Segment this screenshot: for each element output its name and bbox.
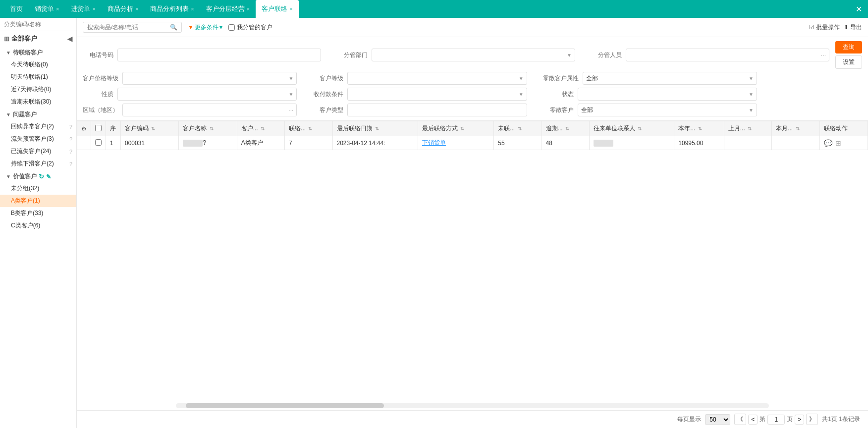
nav-home[interactable]: 首页 (4, 0, 29, 18)
refresh-icon[interactable]: ↻ (39, 173, 44, 180)
next-page-btn[interactable]: > (795, 415, 804, 425)
sidebar-search-input[interactable] (4, 21, 77, 28)
customer-type-label: 客户类型 (313, 106, 347, 114)
more-filters-btn[interactable]: ▼ 更多条件 ▾ (188, 23, 222, 32)
query-btn[interactable]: 查询 (835, 41, 862, 54)
contact-person-column-header[interactable]: 往来单位联系人 ⇅ (590, 121, 674, 136)
settings-column-header[interactable]: ⚙ (77, 121, 91, 136)
phone-label: 电话号码 (83, 51, 117, 59)
nav-goods-analysis[interactable]: 商品分析 × (102, 0, 144, 18)
row-last-contact-method[interactable]: 下销货单 (418, 136, 493, 150)
all-customers-header[interactable]: ⊞ 全部客户 ◀ (0, 31, 76, 46)
my-customer-filter[interactable]: 我分管的客户 (228, 23, 272, 32)
overdue-sort-icon: ⇅ (565, 126, 569, 131)
last-month-column-header[interactable]: 上月... ⇅ (724, 121, 771, 136)
close-goods-analysis-list-tab[interactable]: × (191, 0, 194, 18)
last-contact-method-column-header[interactable]: 最后联络方式 ⇅ (418, 121, 493, 136)
phone-input[interactable] (117, 49, 321, 61)
filter-icon: ▼ (188, 24, 194, 31)
person-input[interactable]: ··· (626, 49, 829, 61)
price-level-dropdown[interactable]: ▼ (122, 72, 297, 85)
customer-table: ⚙ 序 客户编码 ⇅ 客户名称 ⇅ 客户... ⇅ (77, 121, 868, 150)
sidebar-item-week[interactable]: 近7天待联络(0) (0, 83, 76, 96)
horizontal-scroll-track[interactable] (176, 403, 769, 408)
region-input[interactable]: ··· (122, 104, 297, 116)
close-purchase-tab[interactable]: × (92, 0, 95, 18)
close-sales-tab[interactable]: × (56, 0, 59, 18)
close-customer-tier-tab[interactable]: × (247, 0, 250, 18)
message-icon[interactable]: 💬 (824, 139, 832, 147)
this-month-column-header[interactable]: 本月... ⇅ (772, 121, 819, 136)
overdue-column-header[interactable]: 逾期... ⇅ (542, 121, 589, 136)
my-customer-checkbox[interactable] (228, 24, 235, 31)
sidebar-item-b-class[interactable]: B类客户(33) (0, 207, 76, 219)
value-customers-group[interactable]: ▼ 价值客户 ↻ ✎ (0, 170, 76, 182)
checkbox-column-header[interactable] (91, 121, 106, 136)
row-customer-type: A类客户 (237, 136, 284, 150)
nav-customer-contact[interactable]: 客户联络 × (256, 0, 298, 18)
select-all-checkbox[interactable] (95, 125, 102, 131)
sidebar-item-repurchase[interactable]: 回购异常客户(2) ? (0, 120, 76, 133)
uncontacted-column-header[interactable]: 未联... ⇅ (494, 121, 542, 136)
prev-page-btn[interactable]: < (748, 415, 758, 425)
payment-dropdown[interactable]: ▼ (347, 88, 527, 101)
sidebar-item-overdue[interactable]: 逾期未联络(30) (0, 96, 76, 108)
close-goods-analysis-tab[interactable]: × (135, 0, 138, 18)
code-column-header[interactable]: 客户编码 ⇅ (121, 121, 179, 136)
batch-op-btn[interactable]: ☑ 批量操作 (809, 23, 840, 32)
last-contact-method-link[interactable]: 下销货单 (422, 139, 446, 146)
row-checkbox[interactable] (95, 139, 102, 146)
row-overdue: 48 (542, 136, 589, 150)
pending-contact-group[interactable]: ▼ 待联络客户 (0, 46, 76, 58)
sidebar-item-a-class[interactable]: A类客户(1) (0, 195, 76, 207)
nav-goods-analysis-list[interactable]: 商品分析列表 × (144, 0, 200, 18)
help-icon-churn-warning[interactable]: ? (69, 136, 72, 142)
help-icon-declining[interactable]: ? (69, 161, 72, 167)
retail-attr-dropdown[interactable]: 全部 ▼ (583, 72, 757, 85)
main-search-input[interactable] (87, 24, 170, 31)
sidebar-item-churn-warning[interactable]: 流失预警客户(3) ? (0, 133, 76, 145)
customer-type-input[interactable] (347, 104, 527, 116)
contact-count-column-header[interactable]: 联络... ⇅ (285, 121, 332, 136)
help-icon-churned[interactable]: ? (69, 149, 72, 155)
sidebar-item-ungrouped[interactable]: 未分组(32) (0, 182, 76, 195)
page-number-input[interactable] (767, 415, 785, 425)
nature-dropdown[interactable]: ▼ (117, 88, 297, 101)
dept-dropdown[interactable]: ▼ (372, 49, 575, 61)
settings-btn[interactable]: 设置 (835, 55, 862, 69)
main-search-icon[interactable]: 🔍 (170, 24, 177, 31)
last-page-btn[interactable]: 》 (806, 414, 818, 425)
collapse-sidebar-icon[interactable]: ◀ (67, 35, 72, 43)
this-year-column-header[interactable]: 本年... ⇅ (674, 121, 724, 136)
edit-icon[interactable]: ✎ (46, 173, 51, 180)
status-dropdown[interactable]: ▼ (578, 88, 757, 101)
nav-customer-tier[interactable]: 客户分层经营 × (200, 0, 256, 18)
first-page-btn[interactable]: 《 (734, 414, 746, 425)
sidebar-item-declining[interactable]: 持续下滑客户(2) ? (0, 158, 76, 170)
last-contact-date-column-header[interactable]: 最后联络日期 ⇅ (332, 121, 418, 136)
export-btn[interactable]: ⬆ 导出 (844, 23, 862, 32)
nature-arrow-icon: ▼ (288, 92, 293, 97)
help-icon-repurchase[interactable]: ? (69, 124, 72, 130)
sidebar-item-churned[interactable]: 已流失客户(24) ? (0, 145, 76, 158)
type-sort-icon: ⇅ (261, 126, 265, 131)
page-size-select[interactable]: 50 100 200 (705, 414, 730, 425)
horizontal-scroll-thumb[interactable] (186, 403, 384, 408)
problem-customers-group[interactable]: ▼ 问题客户 (0, 108, 76, 120)
row-checkbox-cell[interactable] (91, 136, 106, 150)
sidebar-item-tomorrow[interactable]: 明天待联络(1) (0, 71, 76, 83)
close-customer-contact-tab[interactable]: × (289, 0, 292, 18)
nav-sales[interactable]: 销货单 × (29, 0, 65, 18)
sidebar-item-today[interactable]: 今天待联络(0) (0, 58, 76, 71)
qr-icon[interactable]: ⊞ (835, 139, 841, 147)
main-search-box[interactable]: 🔍 (83, 22, 182, 33)
code-sort-icon: ⇅ (151, 126, 155, 131)
sidebar-item-c-class[interactable]: C类客户(6) (0, 219, 76, 232)
sidebar-search-bar[interactable]: 🔍 (0, 18, 76, 31)
type-column-header[interactable]: 客户... ⇅ (237, 121, 284, 136)
name-column-header[interactable]: 客户名称 ⇅ (179, 121, 237, 136)
close-all-tabs[interactable]: ✕ (856, 4, 862, 14)
customer-level-dropdown[interactable]: ▼ (347, 72, 527, 85)
retail-customer-dropdown[interactable]: 全部 ▼ (578, 104, 757, 116)
nav-purchase[interactable]: 进货单 × (65, 0, 101, 18)
